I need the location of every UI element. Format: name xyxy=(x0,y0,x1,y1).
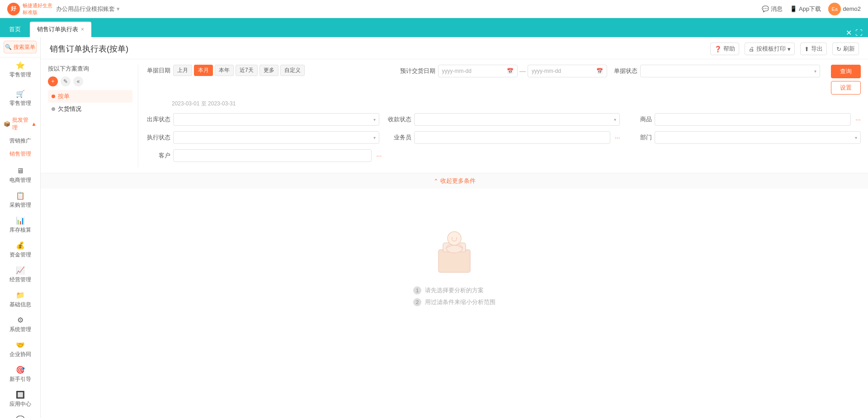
title-dropdown-icon[interactable]: ▾ xyxy=(117,5,120,12)
tab-close-icon[interactable]: × xyxy=(81,26,84,33)
export-icon: ⬆ xyxy=(804,46,809,52)
sidebar-sub-item-marketing[interactable]: 营销推广 xyxy=(0,134,40,147)
expected-date-start-input[interactable]: yyyy-mm-dd 📅 xyxy=(438,65,518,77)
date-btn-last-7days[interactable]: 近7天 xyxy=(236,65,258,76)
message-button[interactable]: 💬 消息 xyxy=(762,5,783,13)
receipt-status-label: 收款状态 xyxy=(387,115,411,124)
customer-more-icon[interactable]: ··· xyxy=(376,152,382,159)
tab-home-label: 首页 xyxy=(9,25,21,33)
query-button[interactable]: 查询 xyxy=(831,65,861,78)
tip-1-number: 1 xyxy=(413,286,421,294)
svg-point-5 xyxy=(448,232,461,245)
top-bar-title: 办公用品行业模拟账套 ▾ xyxy=(56,5,120,13)
filter-list-item-按单[interactable]: 按单 xyxy=(48,90,132,103)
tab-sales-order[interactable]: 销售订单执行表 × xyxy=(30,22,91,37)
sidebar-item-purchase[interactable]: 📋 采购管理 xyxy=(0,188,40,213)
refresh-button[interactable]: ↻ 刷新 xyxy=(832,43,859,55)
search-menu-button[interactable]: 🔍 搜索菜单 xyxy=(4,41,37,53)
exec-status-select-wrap: ▾ xyxy=(173,131,379,144)
sidebar-item-wechat[interactable]: 💬 企业微信 xyxy=(0,412,40,418)
filter-panel: 按以下方案查询 + ✎ « 按单 欠货情况 xyxy=(41,59,868,173)
help-button[interactable]: ❓ 帮助 xyxy=(710,43,739,55)
customer-input[interactable] xyxy=(173,149,372,162)
settings-button[interactable]: 设置 xyxy=(831,81,861,95)
date-btn-more[interactable]: 更多 xyxy=(259,65,278,76)
sidebar-item-quick-nav[interactable]: ⭐ 零售管理 xyxy=(0,57,40,82)
expected-date-end-input[interactable]: yyyy-mm-dd 📅 xyxy=(528,65,607,77)
sidebar-sub-item-sales[interactable]: 销售管理 xyxy=(0,147,40,161)
sidebar-item-finance[interactable]: 💰 资金管理 xyxy=(0,238,40,262)
filter-add-button[interactable]: + xyxy=(48,76,58,86)
date-btn-custom[interactable]: 自定义 xyxy=(280,65,305,76)
print-button[interactable]: 🖨 按模板打印 ▾ xyxy=(745,43,795,55)
app-download-button[interactable]: 📱 App下载 xyxy=(790,5,821,13)
shipment-status-select-wrap: ▾ xyxy=(173,113,379,126)
wechat-icon: 💬 xyxy=(16,415,25,418)
department-select[interactable] xyxy=(655,131,861,144)
refresh-icon: ↻ xyxy=(836,46,841,52)
date-btn-last-month[interactable]: 上月 xyxy=(173,65,192,76)
tab-sales-order-label: 销售订单执行表 xyxy=(37,25,78,33)
collapse-bar[interactable]: ⌃ 收起更多条件 xyxy=(41,173,868,189)
action-buttons: 查询 设置 xyxy=(831,65,861,95)
sidebar-item-apps[interactable]: 🔲 应用中心 xyxy=(0,387,40,412)
tab-home[interactable]: 首页 xyxy=(2,22,28,37)
receipt-status-select[interactable] xyxy=(414,113,620,126)
newbie-icon: 🎯 xyxy=(16,366,25,374)
goods-input[interactable] xyxy=(655,113,851,126)
sidebar-item-enterprise[interactable]: 🤝 企业协同 xyxy=(0,337,40,362)
sidebar-item-retail[interactable]: 🛒 零售管理 xyxy=(0,86,40,111)
salesperson-more-icon[interactable]: ··· xyxy=(615,134,620,141)
order-status-label: 单据状态 xyxy=(613,67,637,75)
print-icon: 🖨 xyxy=(749,46,755,52)
sidebar-item-ecommerce[interactable]: 🖥 电商管理 xyxy=(0,163,40,188)
sidebar-search-area: 🔍 搜索菜单 xyxy=(0,37,40,57)
content-area: 销售订单执行表(按单) ❓ 帮助 🖨 按模板打印 ▾ ⬆ xyxy=(41,37,868,418)
maximize-window-icon[interactable]: ⛶ xyxy=(855,29,863,37)
exec-status-select[interactable] xyxy=(173,131,379,144)
sidebar-item-system[interactable]: ⚙ 系统管理 xyxy=(0,312,40,337)
system-icon: ⚙ xyxy=(17,316,24,324)
filter-collapse-button[interactable]: « xyxy=(73,76,83,86)
page-header: 销售订单执行表(按单) ❓ 帮助 🖨 按模板打印 ▾ ⬆ xyxy=(41,37,868,59)
print-dropdown-icon[interactable]: ▾ xyxy=(788,46,791,52)
sidebar-item-newbie[interactable]: 🎯 新手引导 xyxy=(0,362,40,387)
logo-icon: 好 xyxy=(7,3,20,15)
app-icon: 📱 xyxy=(790,5,797,12)
close-window-icon[interactable]: ✕ xyxy=(846,28,852,37)
page-actions: ❓ 帮助 🖨 按模板打印 ▾ ⬆ 导出 xyxy=(710,43,859,55)
calendar-icon: 📅 xyxy=(507,68,514,74)
avatar: Ea xyxy=(828,3,841,15)
goods-more-icon[interactable]: ··· xyxy=(855,116,861,123)
collapse-icon: ⌃ xyxy=(434,178,439,185)
filter-edit-button[interactable]: ✎ xyxy=(61,76,71,86)
content-inner: 销售订单执行表(按单) ❓ 帮助 🖨 按模板打印 ▾ ⬆ xyxy=(41,37,868,418)
sidebar-group-wholesale-title[interactable]: 📦 批发管理 ▲ xyxy=(0,114,40,134)
basic-icon: 📁 xyxy=(16,291,25,299)
date-btn-this-year[interactable]: 本年 xyxy=(215,65,234,76)
wholesale-arrow-icon: ▲ xyxy=(31,121,37,127)
retail-icon: 🛒 xyxy=(16,90,25,98)
date-btn-this-month[interactable]: 本月 xyxy=(194,65,213,76)
logo-area: 好 畅捷通好生意 标准版 xyxy=(7,2,52,15)
top-bar: 好 畅捷通好生意 标准版 办公用品行业模拟账套 ▾ 💬 消息 📱 App下载 E… xyxy=(0,0,868,18)
receipt-status-select-wrap: ▾ xyxy=(414,113,620,126)
finance-icon: 💰 xyxy=(16,241,25,250)
exec-status-label: 执行状态 xyxy=(146,133,170,142)
salesperson-input[interactable] xyxy=(414,131,610,144)
sidebar-item-operation[interactable]: 📈 经营管理 xyxy=(0,262,40,287)
user-profile[interactable]: Ea demo2 xyxy=(828,3,861,15)
empty-tips: 1 请先选择要分析的方案 2 用过滤条件来缩小分析范围 xyxy=(413,286,495,306)
nav-tabs: 首页 销售订单执行表 × ✕ ⛶ xyxy=(0,18,868,37)
sidebar-item-basic[interactable]: 📁 基础信息 xyxy=(0,287,40,312)
date-range-display: 2023-03-01 至 2023-03-31 xyxy=(172,100,236,107)
export-button[interactable]: ⬆ 导出 xyxy=(800,43,827,55)
salesperson-label: 业务员 xyxy=(387,133,411,142)
sidebar-item-inventory[interactable]: 📊 库存核算 xyxy=(0,213,40,238)
inventory-icon: 📊 xyxy=(16,216,25,225)
shipment-status-select[interactable] xyxy=(173,113,379,126)
sidebar-group-wholesale: 📦 批发管理 ▲ 营销推广 销售管理 xyxy=(0,111,40,163)
order-status-select[interactable] xyxy=(640,65,820,77)
customer-label: 客户 xyxy=(146,152,170,160)
filter-list-item-欠货情况[interactable]: 欠货情况 xyxy=(48,103,132,115)
